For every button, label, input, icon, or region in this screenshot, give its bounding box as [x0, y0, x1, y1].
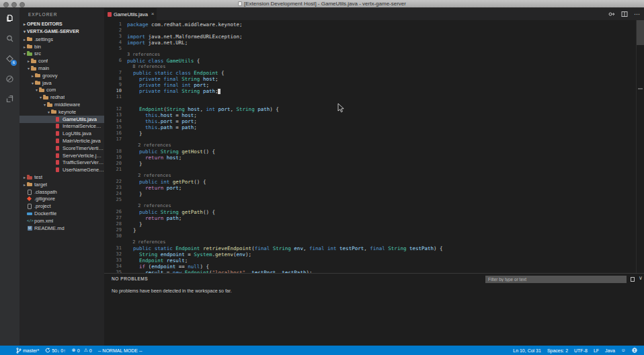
code-line[interactable]: 30: [104, 233, 644, 239]
code-line[interactable]: [104, 100, 644, 106]
tree-item[interactable]: ▾keynote: [19, 108, 104, 116]
workspace-folder-section[interactable]: ▾ VERTX-GAME-SERVER: [19, 28, 104, 35]
tree-item[interactable]: Dockerfile: [19, 210, 104, 217]
tree-item[interactable]: ▾main: [19, 65, 104, 72]
tree-item[interactable]: LogUtils.java: [19, 130, 104, 137]
tree-item[interactable]: README.md: [19, 225, 104, 232]
code-line[interactable]: 21: [104, 167, 644, 173]
open-editors-label: OPEN EDITORS: [27, 22, 63, 26]
code-line[interactable]: 1package com.redhat.middleware.keynote;: [104, 22, 644, 28]
extensions-icon[interactable]: [0, 89, 19, 109]
tree-item[interactable]: ▸conf: [19, 57, 104, 65]
tree-item[interactable]: ▾redhat: [19, 93, 104, 101]
code-editor[interactable]: 1package com.redhat.middleware.keynote;2…: [104, 20, 644, 273]
code-line[interactable]: 2: [104, 28, 644, 34]
editor-scrollbar[interactable]: [637, 20, 644, 45]
code-line[interactable]: 4import java.net.URL;: [104, 40, 644, 46]
sync-status[interactable]: 50↓ 0↑: [45, 348, 66, 353]
source-control-icon[interactable]: 6: [0, 48, 19, 69]
tab-gameutils-java[interactable]: GameUtils.java ×: [104, 8, 157, 20]
tree-item[interactable]: ServerVerticle.java: [19, 152, 104, 159]
tree-item[interactable]: ▸target: [19, 181, 104, 188]
tree-item[interactable]: ▾middleware: [19, 101, 104, 108]
encoding-status[interactable]: UTF-8: [574, 348, 588, 353]
codelens-row[interactable]: 8 references: [104, 64, 644, 70]
code-line[interactable]: 16 }: [104, 130, 644, 136]
code-line[interactable]: 9 private final int port;: [104, 82, 644, 88]
codelens-row[interactable]: 2 references: [104, 143, 644, 149]
notifications-icon[interactable]: [632, 348, 637, 353]
tree-item[interactable]: ▸bin: [19, 43, 104, 50]
code-line[interactable]: 28 }: [104, 221, 644, 227]
tree-item[interactable]: .gitignore: [19, 196, 104, 203]
codelens-row[interactable]: 2 references: [104, 203, 644, 209]
cursor-position-status[interactable]: Ln 10, Col 31: [513, 348, 541, 353]
code-line[interactable]: 6public class GameUtils {: [104, 58, 644, 64]
language-mode-status[interactable]: Java: [605, 348, 615, 353]
tree-item[interactable]: ▸.settings: [19, 36, 104, 43]
errors-status[interactable]: ⊗ 0 ⚠ 0: [72, 348, 92, 353]
tree-item[interactable]: ▾com: [19, 87, 104, 94]
code-line[interactable]: 25: [104, 197, 644, 203]
maximize-panel-icon[interactable]: [631, 277, 635, 282]
workspace-folder-label: VERTX-GAME-SERVER: [27, 29, 79, 34]
code-line[interactable]: 29 }: [104, 227, 644, 233]
line-number: 15: [104, 124, 127, 130]
tree-item[interactable]: ▾src: [19, 50, 104, 58]
code-line[interactable]: 24 }: [104, 191, 644, 197]
code-line[interactable]: 8 private final String host;: [104, 76, 644, 82]
code-line[interactable]: 32 String endpoint = System.getenv(env);: [104, 251, 644, 258]
code-line[interactable]: 22 public int getPort() {: [104, 179, 644, 185]
problems-filter-input[interactable]: [485, 276, 627, 283]
more-actions-icon[interactable]: ⋯: [634, 11, 640, 17]
tree-item[interactable]: TrafficServerVerti...: [19, 159, 104, 167]
feedback-smiley-icon[interactable]: ☺: [621, 348, 626, 353]
tree-item[interactable]: ▾java: [19, 79, 104, 87]
code-line[interactable]: 34 if (endpoint == null) {: [104, 264, 644, 270]
tree-item[interactable]: .classpath: [19, 188, 104, 196]
tree-item[interactable]: ▸test: [19, 173, 104, 181]
search-icon[interactable]: [0, 28, 19, 48]
tree-item[interactable]: ▸groovy: [19, 72, 104, 79]
git-branch-status[interactable]: master*: [16, 348, 39, 354]
close-icon[interactable]: ×: [151, 11, 155, 17]
open-editors-section[interactable]: ▸ OPEN EDITORS: [19, 20, 104, 28]
code-line[interactable]: 15 this.path = path;: [104, 124, 644, 130]
code-line[interactable]: 13 this.host = host;: [104, 112, 644, 118]
code-line[interactable]: 26 public String getPath() {: [104, 209, 644, 215]
indentation-status[interactable]: Spaces: 2: [547, 348, 568, 353]
code-line[interactable]: 33 Endpoint result;: [104, 258, 644, 264]
tree-item[interactable]: GameUtils.java: [19, 116, 104, 123]
code-line[interactable]: 20 }: [104, 161, 644, 167]
vim-mode-status[interactable]: -- NORMAL MODE --: [98, 348, 143, 353]
code-line[interactable]: 23 return port;: [104, 185, 644, 191]
tree-item[interactable]: UserNameGenerat...: [19, 166, 104, 173]
code-line[interactable]: 14 this.port = port;: [104, 118, 644, 124]
java-icon: [55, 139, 61, 144]
code-line[interactable]: 3import java.net.MalformedURLException;: [104, 34, 644, 40]
open-changes-icon[interactable]: [608, 8, 615, 20]
code-line[interactable]: 10 private final String path;: [104, 88, 644, 94]
eol-status[interactable]: LF: [594, 348, 599, 353]
code-line[interactable]: 11: [104, 94, 644, 100]
code-line[interactable]: 12 Endpoint(String host, int port, Strin…: [104, 106, 644, 112]
codelens-row[interactable]: 3 references: [104, 52, 644, 58]
code-line[interactable]: 5: [104, 46, 644, 52]
code-line[interactable]: 7 public static class Endpoint {: [104, 70, 644, 76]
split-editor-icon[interactable]: [621, 8, 628, 20]
code-line[interactable]: 31 public static Endpoint retrieveEndpoi…: [104, 245, 644, 251]
explorer-icon[interactable]: [0, 8, 19, 28]
code-line[interactable]: 27 return path;: [104, 215, 644, 221]
tree-item[interactable]: InternalServiceVer...: [19, 123, 104, 130]
code-line[interactable]: 18 public String getHost() {: [104, 149, 644, 155]
collapse-panel-chevron-icon[interactable]: ∨: [639, 275, 643, 281]
tree-item[interactable]: .project: [19, 202, 104, 210]
tree-item[interactable]: ScoreTimerVerticl...: [19, 145, 104, 152]
tree-item[interactable]: pom.xml: [19, 217, 104, 225]
code-line[interactable]: 19 return host;: [104, 155, 644, 161]
codelens-row[interactable]: 2 references: [104, 239, 644, 245]
debug-icon[interactable]: [0, 69, 19, 89]
tree-item[interactable]: MainVerticle.java: [19, 137, 104, 145]
codelens-row[interactable]: 2 references: [104, 173, 644, 179]
code-line[interactable]: 17: [104, 136, 644, 143]
